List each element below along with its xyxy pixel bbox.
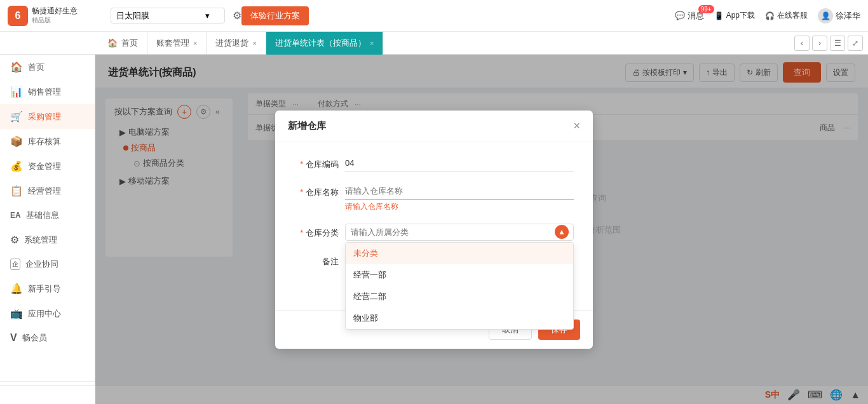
tab-purchase-stats[interactable]: 进货单统计表（按商品） × — [266, 32, 383, 55]
main-layout: 🏠 首页 📊 销售管理 🛒 采购管理 📦 库存核算 💰 资金管理 📋 经营管理 … — [0, 55, 868, 404]
sidebar-item-basic-info[interactable]: EA 基础信息 — [0, 203, 95, 227]
sidebar-item-system[interactable]: ⚙ 系统管理 — [0, 227, 95, 252]
app-center-icon: 📺 — [10, 307, 23, 320]
tab-purchase-return[interactable]: 进货退货 × — [207, 32, 266, 55]
sidebar-item-sales[interactable]: 📊 销售管理 — [0, 79, 95, 104]
app-download-label: App下载 — [726, 10, 755, 21]
online-service-label: 在线客服 — [777, 10, 808, 21]
sidebar-operations-label: 经营管理 — [28, 185, 61, 197]
form-row-code: * 仓库编码 — [294, 155, 574, 172]
sidebar-finance-label: 资金管理 — [28, 161, 61, 172]
sidebar-system-label: 系统管理 — [24, 234, 57, 246]
sidebar-guide-label: 新手引导 — [28, 283, 61, 295]
sales-icon: 📊 — [10, 86, 23, 98]
tab-purchase-return-close[interactable]: × — [252, 39, 256, 47]
tab-purchase-return-label: 进货退货 — [215, 37, 248, 49]
message-icon: 💬 — [675, 11, 685, 20]
tab-menu-button[interactable]: ☰ — [830, 36, 845, 51]
sidebar-app-center-label: 应用中心 — [28, 308, 61, 320]
form-row-name: * 仓库名称 请输入仓库名称 — [294, 183, 574, 212]
tab-purchase-stats-close[interactable]: × — [370, 39, 374, 47]
home-sidebar-icon: 🏠 — [10, 61, 23, 73]
tab-home-label: 首页 — [121, 37, 138, 49]
logo-text: 畅捷通好生意 精品版 — [32, 6, 78, 25]
sidebar-item-operations[interactable]: 📋 经营管理 — [0, 178, 95, 203]
warehouse-name-error: 请输入仓库名称 — [345, 201, 574, 212]
guide-icon: 🔔 — [10, 283, 23, 295]
search-input[interactable] — [116, 11, 205, 20]
tab-purchase-stats-label: 进货单统计表（按商品） — [275, 37, 366, 49]
tab-expand-button[interactable]: ⤢ — [848, 36, 863, 51]
warehouse-code-input[interactable] — [345, 155, 574, 172]
finance-icon: 💰 — [10, 160, 23, 172]
dropdown-item-ops2[interactable]: 经营二部 — [346, 286, 573, 307]
modal-add-warehouse: 新增仓库 × * 仓库编码 — [275, 111, 593, 349]
form-remark-label: 备注 — [294, 252, 339, 267]
sidebar-item-member[interactable]: V 畅会员 — [0, 326, 95, 350]
modal-overlay: 新增仓库 × * 仓库编码 — [95, 55, 868, 404]
content-area: 进货单统计(按商品) 🖨 按模板打印 ▾ ↑ 导出 ↻ 刷新 查询 设置 — [95, 55, 868, 404]
tab-prev-button[interactable]: ‹ — [794, 36, 810, 51]
system-icon: ⚙ — [10, 234, 19, 246]
tab-accounts-close[interactable]: × — [193, 39, 197, 47]
form-code-label: * 仓库编码 — [294, 155, 339, 170]
sidebar-home-label: 首页 — [28, 62, 44, 73]
headphone-icon: 🎧 — [765, 11, 775, 20]
form-code-wrap — [345, 155, 574, 172]
header-center: 体验行业方案 — [241, 6, 675, 25]
warehouse-name-input[interactable] — [345, 183, 574, 199]
modal-body: * 仓库编码 * 仓库名称 — [275, 142, 593, 310]
dropdown-item-ops1[interactable]: 经营一部 — [346, 264, 573, 286]
sidebar-item-home[interactable]: 🏠 首页 — [0, 55, 95, 79]
sidebar-item-guide[interactable]: 🔔 新手引导 — [0, 276, 95, 301]
app-download-button[interactable]: 📱 App下载 — [714, 10, 755, 21]
modal-close-button[interactable]: × — [573, 119, 580, 133]
modal-header: 新增仓库 × — [275, 111, 593, 142]
user-avatar-icon: 👤 — [818, 8, 833, 24]
tab-bar: 🏠 首页 账套管理 × 进货退货 × 进货单统计表（按商品） × ‹ › ☰ ⤢ — [0, 32, 868, 55]
member-icon: V — [10, 332, 17, 344]
tab-next-button[interactable]: › — [812, 36, 827, 51]
required-star: * — [300, 159, 303, 169]
sidebar-basic-info-label: 基础信息 — [26, 210, 59, 221]
sidebar-sales-label: 销售管理 — [28, 86, 61, 98]
trial-button[interactable]: 体验行业方案 — [241, 6, 309, 25]
header-right: 💬 消息 99+ 📱 App下载 🎧 在线客服 👤 徐泽华 — [675, 8, 860, 24]
sidebar-inventory-label: 库存核算 — [28, 136, 61, 147]
tab-accounts-label: 账套管理 — [156, 37, 189, 49]
tab-controls: ‹ › ☰ ⤢ — [794, 36, 868, 51]
dropdown-item-unclassified[interactable]: 未分类 — [346, 243, 573, 264]
basic-info-icon: EA — [10, 211, 21, 220]
tab-home[interactable]: 🏠 首页 — [98, 32, 147, 55]
sidebar-item-purchase[interactable]: 🛒 采购管理 — [0, 104, 95, 129]
dropdown-item-property[interactable]: 物业部 — [346, 307, 573, 329]
sidebar-item-finance[interactable]: 💰 资金管理 — [0, 154, 95, 178]
sidebar-item-enterprise[interactable]: 企 企业协同 — [0, 252, 95, 276]
logo-icon: 6 — [8, 6, 28, 26]
logo-area: 6 畅捷通好生意 精品版 — [8, 6, 103, 26]
required-star-name: * — [300, 187, 303, 197]
message-badge: 99+ — [698, 5, 714, 13]
modal-title: 新增仓库 — [288, 120, 326, 132]
sidebar-item-inventory[interactable]: 📦 库存核算 — [0, 129, 95, 154]
online-service-button[interactable]: 🎧 在线客服 — [765, 10, 808, 21]
category-dropdown-toggle[interactable]: ▲ — [555, 225, 569, 239]
required-star-cat: * — [300, 228, 303, 238]
sidebar: 🏠 首页 📊 销售管理 🛒 采购管理 📦 库存核算 💰 资金管理 📋 经营管理 … — [0, 55, 95, 404]
form-name-wrap: 请输入仓库名称 — [345, 183, 574, 212]
enterprise-icon: 企 — [10, 259, 20, 270]
message-button[interactable]: 💬 消息 99+ — [675, 10, 704, 22]
sidebar-member-label: 畅会员 — [22, 332, 47, 344]
chevron-down-icon: ▾ — [205, 11, 210, 20]
gear-icon[interactable]: ⚙ — [233, 10, 241, 22]
top-header: 6 畅捷通好生意 精品版 ▾ ⚙ 体验行业方案 💬 消息 99+ 📱 App下载… — [0, 0, 868, 32]
sidebar-enterprise-label: 企业协同 — [25, 259, 58, 270]
download-icon: 📱 — [714, 11, 724, 20]
header-search-box[interactable]: ▾ — [111, 8, 225, 24]
sidebar-item-app-center[interactable]: 📺 应用中心 — [0, 301, 95, 326]
purchase-icon: 🛒 — [10, 111, 23, 123]
user-area[interactable]: 👤 徐泽华 — [818, 8, 860, 24]
category-select-input[interactable] — [345, 224, 574, 241]
form-category-label: * 仓库分类 — [294, 224, 339, 239]
tab-accounts[interactable]: 账套管理 × — [147, 32, 207, 55]
